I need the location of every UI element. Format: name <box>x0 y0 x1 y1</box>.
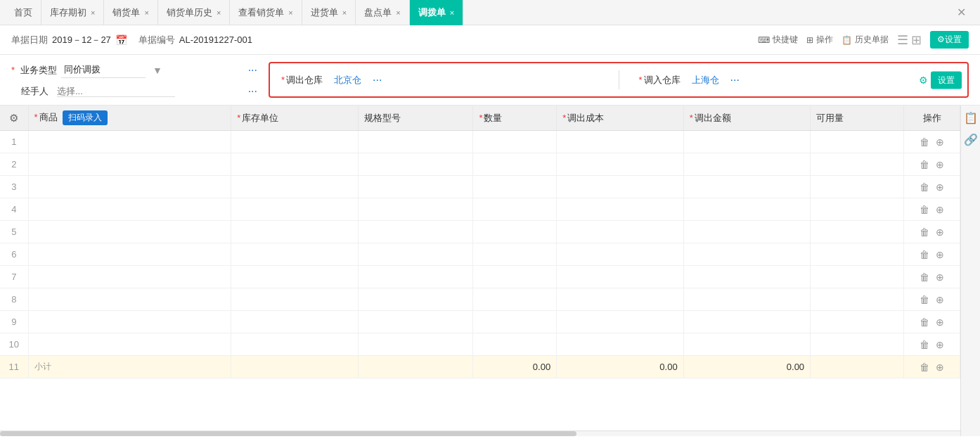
amount-cell-5[interactable] <box>683 221 810 243</box>
unit-cell-5[interactable] <box>231 221 358 243</box>
unit-cell-8[interactable] <box>231 288 358 311</box>
business-type-dropdown-icon[interactable]: ▼ <box>153 65 162 76</box>
handler-more-icon[interactable]: ··· <box>248 85 257 98</box>
delete-icon-5[interactable]: 🗑 <box>920 227 929 238</box>
form-gear-icon[interactable]: ⚙ <box>919 75 928 86</box>
tab-purchase-order[interactable]: 进货单 × <box>302 0 356 25</box>
tab-close-purchase-order[interactable]: × <box>342 8 347 17</box>
copy-icon-9[interactable]: ⊕ <box>936 317 944 328</box>
spec-cell-7[interactable] <box>358 266 473 288</box>
table-container[interactable]: ⚙ 商品 扫码录入 库存单位 规格型号 数量 调出成本 调出金额 可用量 操作 <box>0 106 960 431</box>
window-close-button[interactable]: ✕ <box>948 6 974 19</box>
cost-cell-8[interactable] <box>557 288 683 311</box>
unit-cell-2[interactable] <box>231 153 358 176</box>
spec-cell-10[interactable] <box>358 333 473 356</box>
spec-cell-5[interactable] <box>358 221 473 243</box>
spec-cell-8[interactable] <box>358 288 473 311</box>
calendar-icon[interactable]: 📅 <box>115 34 127 46</box>
amount-cell-4[interactable] <box>683 198 810 221</box>
delete-icon-3[interactable]: 🗑 <box>920 181 929 193</box>
copy-icon-10[interactable]: ⊕ <box>936 339 944 350</box>
tab-close-sales-order[interactable]: × <box>144 8 148 17</box>
tab-close-view-sales[interactable]: × <box>288 8 292 17</box>
date-value[interactable]: 2019－12－27 <box>52 34 111 46</box>
copy-icon-8[interactable]: ⊕ <box>936 294 944 305</box>
copy-icon-2[interactable]: ⊕ <box>936 159 944 170</box>
copy-icon-5[interactable]: ⊕ <box>936 227 944 238</box>
spec-cell-2[interactable] <box>358 153 473 176</box>
cost-cell-4[interactable] <box>557 198 683 221</box>
unit-cell-1[interactable] <box>231 131 358 153</box>
product-cell-10[interactable] <box>28 333 231 356</box>
cost-cell-6[interactable] <box>557 243 683 266</box>
unit-cell-4[interactable] <box>231 198 358 221</box>
product-cell-5[interactable] <box>28 221 231 243</box>
product-cell-4[interactable] <box>28 198 231 221</box>
in-warehouse-more-icon[interactable]: ··· <box>730 74 740 87</box>
history-button[interactable]: 📋 历史单据 <box>842 34 889 46</box>
product-cell-9[interactable] <box>28 311 231 333</box>
delete-icon-1[interactable]: 🗑 <box>920 136 929 148</box>
scan-button[interactable]: 扫码录入 <box>63 110 108 125</box>
quantity-cell-1[interactable] <box>473 131 557 153</box>
quantity-cell-2[interactable] <box>473 153 557 176</box>
amount-cell-7[interactable] <box>683 266 810 288</box>
quantity-cell-5[interactable] <box>473 221 557 243</box>
tab-home[interactable]: 首页 <box>6 0 41 25</box>
spec-cell-1[interactable] <box>358 131 473 153</box>
delete-icon-6[interactable]: 🗑 <box>920 249 929 260</box>
copy-icon-7[interactable]: ⊕ <box>936 272 944 283</box>
product-cell-1[interactable] <box>28 131 231 153</box>
tab-inventory-init[interactable]: 库存期初 × <box>41 0 104 25</box>
out-warehouse-value[interactable]: 北京仓 <box>334 74 361 87</box>
tab-close-transfer[interactable]: × <box>450 8 454 17</box>
amount-cell-9[interactable] <box>683 311 810 333</box>
cost-cell-5[interactable] <box>557 221 683 243</box>
amount-cell-3[interactable] <box>683 176 810 198</box>
delete-icon-7[interactable]: 🗑 <box>920 272 929 283</box>
spec-cell-9[interactable] <box>358 311 473 333</box>
quantity-cell-7[interactable] <box>473 266 557 288</box>
business-type-value[interactable]: 同价调拨 <box>61 62 146 78</box>
spec-cell-6[interactable] <box>358 243 473 266</box>
tab-sales-history[interactable]: 销货单历史 × <box>158 0 230 25</box>
setting-button[interactable]: ⚙设置 <box>930 31 969 49</box>
product-cell-8[interactable] <box>28 288 231 311</box>
cost-cell-9[interactable] <box>557 311 683 333</box>
quantity-cell-4[interactable] <box>473 198 557 221</box>
copy-icon-11[interactable]: ⊕ <box>936 362 944 373</box>
amount-cell-1[interactable] <box>683 131 810 153</box>
product-cell-7[interactable] <box>28 266 231 288</box>
product-cell-6[interactable] <box>28 243 231 266</box>
sidebar-document-icon[interactable]: 📋 <box>964 111 978 125</box>
product-cell-2[interactable] <box>28 153 231 176</box>
copy-icon-4[interactable]: ⊕ <box>936 204 944 215</box>
cost-cell-7[interactable] <box>557 266 683 288</box>
handler-input[interactable] <box>57 86 175 97</box>
cost-cell-3[interactable] <box>557 176 683 198</box>
unit-cell-6[interactable] <box>231 243 358 266</box>
copy-icon-6[interactable]: ⊕ <box>936 249 944 260</box>
quantity-cell-3[interactable] <box>473 176 557 198</box>
tab-inventory-count[interactable]: 盘点单 × <box>356 0 409 25</box>
unit-cell-9[interactable] <box>231 311 358 333</box>
delete-icon-4[interactable]: 🗑 <box>920 204 929 215</box>
layout-grid-icon[interactable]: ⊞ <box>911 32 922 48</box>
horizontal-scrollbar[interactable] <box>0 431 960 436</box>
amount-cell-8[interactable] <box>683 288 810 311</box>
quantity-cell-9[interactable] <box>473 311 557 333</box>
business-type-more-icon[interactable]: ··· <box>248 64 257 77</box>
amount-cell-10[interactable] <box>683 333 810 356</box>
quantity-cell-8[interactable] <box>473 288 557 311</box>
sidebar-expand-icon[interactable]: 🔗 <box>964 133 978 146</box>
unit-cell-7[interactable] <box>231 266 358 288</box>
tab-transfer[interactable]: 调拨单 × <box>410 0 463 25</box>
layout-list-icon[interactable]: ☰ <box>897 32 908 48</box>
cost-cell-2[interactable] <box>557 153 683 176</box>
product-cell-3[interactable] <box>28 176 231 198</box>
shortcuts-button[interactable]: ⌨ 快捷键 <box>758 34 798 46</box>
delete-icon-11[interactable]: 🗑 <box>920 362 929 373</box>
table-gear-icon[interactable]: ⚙ <box>9 112 18 124</box>
unit-cell-10[interactable] <box>231 333 358 356</box>
tab-sales-order[interactable]: 销货单 × <box>104 0 157 25</box>
